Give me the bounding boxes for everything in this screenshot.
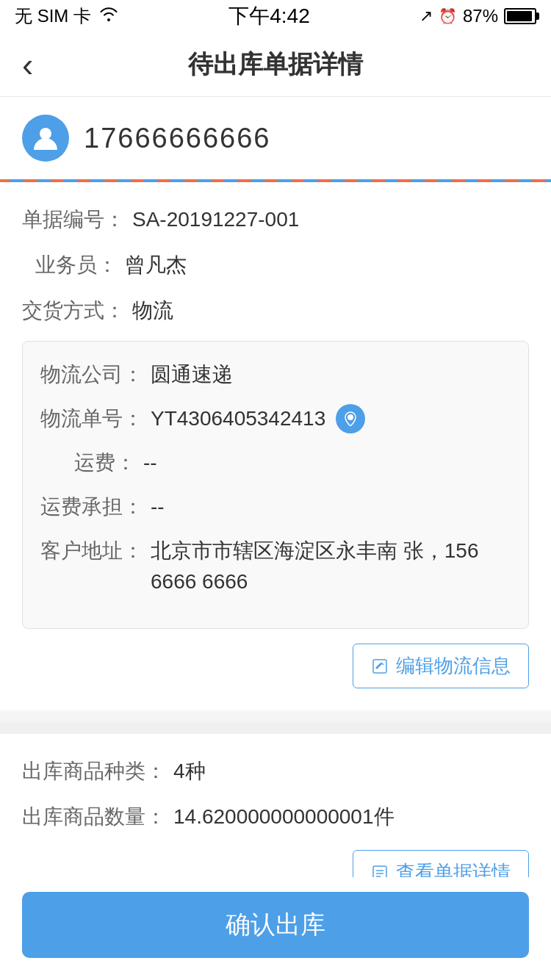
address-label: 客户地址： xyxy=(40,536,151,566)
delivery-row: 交货方式： 物流 xyxy=(22,295,529,326)
salesman-value: 曾凡杰 xyxy=(125,250,529,281)
status-left: 无 SIM 卡 xyxy=(15,4,119,28)
status-time: 下午4:42 xyxy=(228,2,310,30)
doc-number-row: 单据编号： SA-20191227-001 xyxy=(22,204,529,235)
user-card: 17666666666 xyxy=(0,97,551,182)
logistics-card: 物流公司： 圆通速递 物流单号： YT43064053424​13 运费： xyxy=(22,341,529,629)
goods-type-label: 出库商品种类： xyxy=(22,756,173,787)
back-button[interactable]: ‹ xyxy=(22,45,33,84)
address-value: 北京市市辖区海淀区永丰南 张，156 6666 6666 xyxy=(151,536,511,597)
wifi-icon xyxy=(98,6,119,26)
goods-quantity-value: 14.620000000000001件 xyxy=(173,801,529,832)
person-icon xyxy=(31,123,60,153)
company-value: 圆通速递 xyxy=(151,359,511,390)
delivery-value: 物流 xyxy=(132,295,529,326)
edit-logistics-button[interactable]: 编辑物流信息 xyxy=(353,644,529,688)
basic-info-section: 单据编号： SA-20191227-001 业务员： 曾凡杰 交货方式： 物流 … xyxy=(0,182,551,710)
battery-icon xyxy=(504,8,536,24)
freight-row: 运费： -- xyxy=(40,447,511,478)
section-separator xyxy=(0,722,551,734)
status-right: ↗ ⏰ 87% xyxy=(419,6,536,26)
salesman-label: 业务员： xyxy=(22,250,125,281)
doc-number-label: 单据编号： xyxy=(22,204,132,235)
company-label: 物流公司： xyxy=(40,359,151,390)
location-status-icon: ↗ xyxy=(419,7,433,26)
goods-quantity-label: 出库商品数量： xyxy=(22,801,173,832)
avatar xyxy=(22,115,69,162)
doc-number-value: SA-20191227-001 xyxy=(132,204,529,235)
goods-type-row: 出库商品种类： 4种 xyxy=(22,756,529,787)
tracking-row: 物流单号： YT43064053424​13 xyxy=(40,403,511,434)
map-location-icon[interactable] xyxy=(336,404,365,433)
svg-point-1 xyxy=(347,414,353,420)
battery-text: 87% xyxy=(463,6,498,26)
svg-point-0 xyxy=(40,128,51,140)
company-row: 物流公司： 圆通速递 xyxy=(40,359,511,390)
edit-logistics-container: 编辑物流信息 xyxy=(22,644,529,688)
delivery-label: 交货方式： xyxy=(22,295,132,326)
edit-icon xyxy=(371,657,389,675)
page-title: 待出库单据详情 xyxy=(188,48,363,82)
user-phone: 17666666666 xyxy=(84,123,270,154)
freight-bearer-label: 运费承担： xyxy=(40,491,151,522)
carrier-text: 无 SIM 卡 xyxy=(15,4,91,28)
goods-type-value: 4种 xyxy=(173,756,529,787)
freight-label: 运费： xyxy=(40,447,143,478)
status-bar: 无 SIM 卡 下午4:42 ↗ ⏰ 87% xyxy=(0,0,551,32)
edit-logistics-label: 编辑物流信息 xyxy=(396,653,511,679)
tracking-value-container: YT43064053424​13 xyxy=(151,403,511,434)
confirm-outbound-button[interactable]: 确认出库 xyxy=(22,892,529,958)
nav-bar: ‹ 待出库单据详情 xyxy=(0,32,551,97)
bottom-bar: 确认出库 xyxy=(0,877,551,980)
salesman-row: 业务员： 曾凡杰 xyxy=(22,250,529,281)
main-content: 17666666666 单据编号： SA-20191227-001 业务员： 曾… xyxy=(0,97,551,980)
freight-bearer-value: -- xyxy=(151,491,511,522)
tracking-value: YT43064053424​13 xyxy=(151,403,325,434)
freight-value: -- xyxy=(143,447,511,478)
freight-bearer-row: 运费承担： -- xyxy=(40,491,511,522)
alarm-icon: ⏰ xyxy=(439,7,457,25)
goods-quantity-row: 出库商品数量： 14.620000000000001件 xyxy=(22,801,529,832)
confirm-outbound-label: 确认出库 xyxy=(226,908,325,942)
address-row: 客户地址： 北京市市辖区海淀区永丰南 张，156 6666 6666 xyxy=(40,536,511,597)
tracking-label: 物流单号： xyxy=(40,403,151,434)
